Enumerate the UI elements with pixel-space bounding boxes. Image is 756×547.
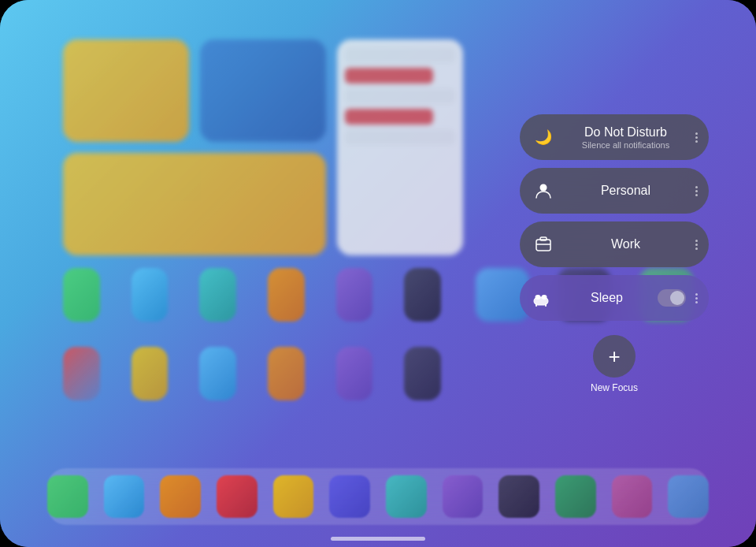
sleep-more-button[interactable] [695,293,698,303]
personal-more-button[interactable] [695,186,698,196]
work-more-button[interactable] [695,240,698,250]
new-focus-label: New Focus [591,382,638,393]
focus-row-dnd[interactable]: 🌙 Do Not Disturb Silence all notificatio… [520,114,709,160]
widget-yellow [63,39,189,142]
focus-row-personal[interactable]: Personal [520,168,709,214]
new-focus-area: + New Focus [520,335,709,393]
dock [47,468,709,525]
sleep-icon [531,285,556,311]
dock-icon-1 [47,475,88,518]
svg-rect-1 [536,240,550,251]
widget-list-item [345,47,455,63]
app-icon-blue2 [199,347,236,400]
app-icon-messages [63,268,100,322]
moon-icon: 🌙 [531,125,556,150]
dock-icon-9 [498,475,539,518]
person-icon [531,178,556,203]
widgets-area [63,39,441,260]
dock-icon-11 [612,475,653,518]
focus-row-sleep[interactable]: Sleep [520,275,709,321]
app-icons-row2 [63,347,441,400]
dock-icon-7 [386,475,427,518]
plus-icon: + [608,346,620,367]
widget-list-item-red [345,68,433,84]
dock-icon-12 [668,475,709,518]
personal-label: Personal [601,184,650,198]
ipad-frame: 🌙 Do Not Disturb Silence all notificatio… [0,0,756,547]
widget-yellow2 [63,153,326,255]
dock-icon-2 [104,475,145,518]
sleep-label-wrap: Sleep [564,291,650,305]
widget-list-item-2 [345,88,455,104]
dnd-label-wrap: Do Not Disturb Silence all notifications [564,125,687,150]
new-focus-button[interactable]: + [593,335,636,378]
svg-rect-8 [536,303,537,307]
svg-rect-2 [540,237,547,240]
work-icon [531,232,556,257]
personal-label-wrap: Personal [564,184,687,198]
sleep-toggle-knob [670,291,684,305]
dnd-subtitle: Silence all notifications [582,140,669,150]
widget-blue [200,39,326,142]
home-bar [331,537,425,541]
widget-list [337,39,463,255]
app-icon-red [63,347,100,400]
dock-icon-6 [329,475,370,518]
app-icon-purple [336,268,373,322]
dock-icon-5 [273,475,314,518]
widget-list-item-3 [345,129,455,145]
svg-rect-9 [545,303,547,307]
app-icon-teal [199,268,236,322]
dock-icon-10 [555,475,596,518]
app-icons-row [63,268,441,322]
svg-point-0 [540,184,547,192]
dock-icon-8 [443,475,484,518]
dock-icon-4 [217,475,258,518]
app-icon-files [132,268,169,322]
work-label: Work [611,237,640,251]
svg-point-7 [542,295,547,300]
dock-icon-3 [160,475,201,518]
focus-panel: 🌙 Do Not Disturb Silence all notificatio… [520,114,709,393]
svg-point-6 [536,295,541,300]
app-icon-dark2 [404,347,441,400]
app-icon-orange2 [268,347,305,400]
sleep-toggle[interactable] [658,289,686,307]
app-icon-yellow-small [132,347,169,400]
dnd-label: Do Not Disturb [584,125,667,140]
app-icon-orange [268,268,305,322]
dnd-more-button[interactable] [695,132,698,143]
sleep-label: Sleep [591,291,623,305]
app-icon-purple2 [336,347,373,400]
app-icon-dark [404,268,441,322]
focus-row-work[interactable]: Work [520,221,709,267]
widget-list-item-red2 [345,109,433,125]
work-label-wrap: Work [564,237,687,251]
